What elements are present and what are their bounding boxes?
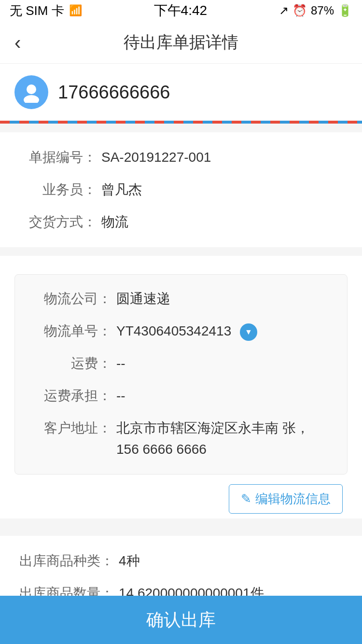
status-time: 下午4:42 (154, 1, 208, 20)
address-label: 客户地址： (34, 418, 111, 439)
address-row: 客户地址： 北京市市辖区海淀区永丰南 张，156 6666 6666 (34, 418, 328, 461)
status-left: 无 SIM 卡 📶 (10, 2, 82, 19)
document-no-label: 单据编号： (19, 147, 97, 168)
document-no-row: 单据编号： SA-20191227-001 (19, 147, 343, 168)
tracking-value: YT4306405342413 (111, 321, 328, 342)
delivery-label: 交货方式： (19, 211, 97, 233)
user-avatar-icon (21, 82, 42, 103)
back-button[interactable]: ‹ (14, 33, 21, 52)
customer-phone: 17666666666 (58, 82, 170, 103)
logistics-company-label: 物流公司： (34, 288, 111, 310)
freight-row: 运费： -- (34, 353, 328, 375)
alarm-icon: ⏰ (292, 4, 307, 17)
salesman-value: 曾凡杰 (97, 179, 343, 201)
freight-bear-label: 运费承担： (34, 385, 111, 407)
confirm-btn-wrap: 确认出库 (0, 596, 362, 644)
delivery-row: 交货方式： 物流 (19, 211, 343, 233)
confirm-button[interactable]: 确认出库 (0, 596, 362, 644)
status-right: ↗ ⏰ 87% 🔋 (279, 4, 352, 17)
avatar (14, 75, 48, 109)
freight-bear-row: 运费承担： -- (34, 385, 328, 407)
svg-point-1 (24, 95, 39, 103)
freight-bear-value: -- (111, 385, 328, 407)
customer-header: 17666666666 (0, 64, 362, 121)
logistics-outer: 物流公司： 圆通速递 物流单号： YT4306405342413 运费： -- … (0, 256, 362, 518)
goods-types-row: 出库商品种类： 4种 (19, 550, 343, 572)
section-divider-1 (0, 518, 362, 527)
address-value: 北京市市辖区海淀区永丰南 张，156 6666 6666 (111, 418, 328, 461)
logistics-section: 物流公司： 圆通速递 物流单号： YT4306405342413 运费： -- … (14, 274, 348, 475)
location-tracking-icon[interactable] (240, 323, 257, 341)
salesman-row: 业务员： 曾凡杰 (19, 179, 343, 201)
document-no-value: SA-20191227-001 (97, 147, 343, 168)
goods-types-value: 4种 (114, 550, 343, 572)
logistics-company-row: 物流公司： 圆通速递 (34, 288, 328, 310)
status-bar: 无 SIM 卡 📶 下午4:42 ↗ ⏰ 87% 🔋 (0, 0, 362, 21)
location-status-icon: ↗ (279, 4, 289, 17)
edit-logistics-button[interactable]: ✎ 编辑物流信息 (229, 484, 343, 514)
svg-point-0 (27, 84, 36, 94)
nav-bar: ‹ 待出库单据详情 (0, 21, 362, 64)
logistics-company-value: 圆通速递 (111, 288, 328, 310)
edit-btn-wrap: ✎ 编辑物流信息 (0, 475, 362, 518)
battery-icon: 🔋 (338, 4, 352, 17)
page-title: 待出库单据详情 (124, 31, 238, 54)
order-info-section: 单据编号： SA-20191227-001 业务员： 曾凡杰 交货方式： 物流 (0, 132, 362, 247)
carrier-text: 无 SIM 卡 (10, 2, 64, 19)
wifi-icon: 📶 (69, 4, 82, 17)
goods-types-label: 出库商品种类： (19, 550, 114, 572)
edit-icon: ✎ (241, 491, 251, 506)
tracking-num-row: 物流单号： YT4306405342413 (34, 321, 328, 342)
dashed-divider (0, 121, 362, 124)
battery-text: 87% (311, 4, 334, 17)
edit-btn-label: 编辑物流信息 (255, 490, 331, 507)
delivery-value: 物流 (97, 211, 343, 233)
freight-label: 运费： (34, 353, 111, 375)
freight-value: -- (111, 353, 328, 375)
tracking-label: 物流单号： (34, 321, 111, 342)
salesman-label: 业务员： (19, 179, 97, 201)
